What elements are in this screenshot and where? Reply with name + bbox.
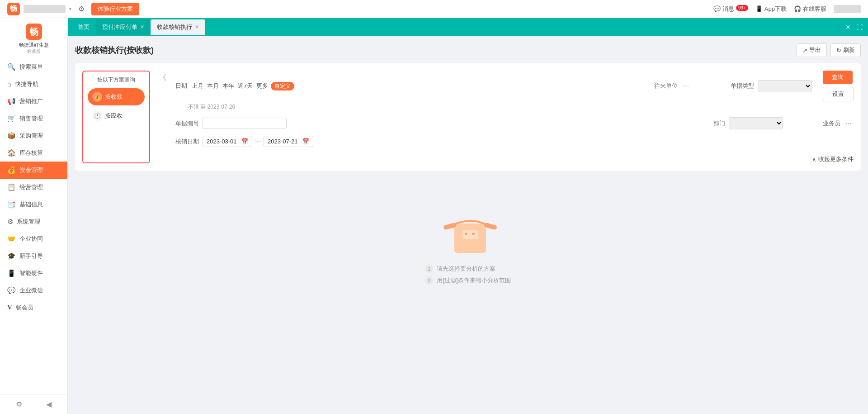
sidebar-item-purchase[interactable]: 📦 采购管理: [0, 127, 67, 144]
member-icon: V: [7, 304, 12, 311]
sidebar-item-enterprise[interactable]: 🤝 企业协同: [0, 230, 67, 247]
app-icon: 📱: [755, 5, 763, 12]
chevron-down-icon[interactable]: ▾: [69, 6, 71, 11]
order-type-label: 单据类型: [731, 82, 754, 90]
service-icon: 🎧: [794, 5, 801, 12]
hardware-icon: 📱: [7, 269, 16, 277]
filter-group-order-type: 单据类型: [731, 80, 812, 92]
date-no-limit: 不限 至 2023-07-26: [188, 103, 854, 111]
sidebar-item-search[interactable]: 🔍 搜索菜单: [0, 58, 67, 76]
empty-illustration: [441, 203, 495, 257]
date-more[interactable]: 更多: [255, 81, 269, 90]
content-area: 首页 预付冲应付单 ✕ 收款核销执行 ✕ ✕ ⛶ 收款核销执行(按收款): [68, 18, 868, 414]
industry-btn[interactable]: 体验行业方案: [91, 3, 139, 15]
sidebar-item-member[interactable]: V 畅会员: [0, 299, 67, 316]
tab-home[interactable]: 首页: [71, 19, 96, 35]
refresh-btn[interactable]: ↻ 刷新: [830, 43, 861, 57]
blurred-user: [24, 5, 66, 13]
app-download-btn[interactable]: 📱 App下载: [755, 5, 787, 13]
writeoff-date-start[interactable]: 2023-03-01 📅: [203, 136, 252, 147]
writeoff-date-end[interactable]: 2023-07-21 📅: [264, 136, 313, 147]
page-content: 收款核销执行(按收款) ↗ 导出 ↻ 刷新 按以下方案查询: [68, 36, 868, 414]
sidebar-item-tutorial[interactable]: 🎓 新手引导: [0, 247, 67, 265]
query-btn-area: 查询 设置: [823, 71, 854, 101]
filter-option-receivable-label: 按应收: [105, 112, 123, 120]
sidebar-item-marketing[interactable]: 📢 营销推广: [0, 93, 67, 110]
date-this-month[interactable]: 本月: [206, 81, 220, 90]
query-btn[interactable]: 查询: [823, 71, 853, 84]
date-shortcuts: 上月 本月 本年 近7天 更多 自定义: [191, 81, 294, 90]
tutorial-icon: 🎓: [7, 252, 16, 260]
operations-icon: 📋: [7, 183, 16, 191]
sidebar-item-label: 营销推广: [19, 97, 43, 105]
message-btn[interactable]: 💬 消息 99+: [713, 5, 748, 13]
sidebar-item-label: 智能硬件: [19, 269, 43, 277]
filter-group-date: 日期 上月 本月 本年 近7天 更多 自定义: [175, 81, 294, 90]
user-display[interactable]: [834, 5, 861, 13]
filter-group-staff: 业务员 ···: [823, 119, 854, 128]
main-layout: 畅 畅捷通好生意 标准版 🔍 搜索菜单 ⌂ 快捷导航 📢 营销推广 🛒 销售管理…: [0, 18, 868, 414]
search-icon: 🔍: [7, 63, 16, 71]
staff-dots[interactable]: ···: [844, 119, 854, 128]
tab-maximize-btn[interactable]: ⛶: [854, 22, 864, 33]
settings-icon[interactable]: ⚙: [75, 3, 88, 15]
tab-prepay-close[interactable]: ✕: [140, 24, 144, 30]
sidebar-item-quick-nav[interactable]: ⌂ 快捷导航: [0, 76, 67, 93]
hint-num-1: 1: [425, 265, 433, 273]
page-title: 收款核销执行(按收款): [75, 45, 154, 56]
tab-prepay[interactable]: 预付冲应付单 ✕: [96, 19, 151, 35]
page-actions: ↗ 导出 ↻ 刷新: [797, 43, 861, 57]
tab-home-label: 首页: [78, 23, 90, 31]
dept-select[interactable]: [729, 117, 783, 129]
sidebar-item-label: 搜索菜单: [19, 63, 43, 71]
marketing-icon: 📢: [7, 97, 16, 105]
tab-close-all-btn[interactable]: ✕: [844, 22, 853, 33]
filter-option-by-receivable[interactable]: 🕐 按应收: [88, 107, 145, 124]
message-badge: 99+: [736, 5, 748, 11]
sidebar-item-inventory[interactable]: 🏠 库存核算: [0, 144, 67, 162]
date-7days[interactable]: 近7天: [237, 81, 254, 90]
tab-writeoff-close[interactable]: ✕: [195, 24, 199, 30]
sidebar-item-finance[interactable]: 💰 资金管理: [0, 162, 67, 179]
date-last-month[interactable]: 上月: [191, 81, 204, 90]
order-num-input[interactable]: [203, 118, 287, 129]
export-icon: ↗: [802, 47, 807, 54]
sidebar-collapse-btn[interactable]: ◀: [44, 398, 53, 410]
tab-writeoff[interactable]: 收款核销执行 ✕: [151, 19, 205, 35]
collapse-more-btn[interactable]: ∧ 收起更多条件: [812, 155, 854, 163]
online-service-label: 在线客服: [803, 5, 826, 13]
sidebar-item-wechat[interactable]: 💬 企业微信: [0, 282, 67, 299]
sidebar-item-label: 企业微信: [19, 286, 43, 295]
sidebar-item-operations[interactable]: 📋 经营管理: [0, 179, 67, 196]
sidebar-item-system[interactable]: ⚙ 系统管理: [0, 213, 67, 230]
online-service-btn[interactable]: 🎧 在线客服: [794, 5, 826, 13]
filter-settings-btn[interactable]: 设置: [823, 87, 854, 101]
filter-group-writeoff-date: 核销日期 2023-03-01 📅 — 2023-07-21 📅: [175, 136, 313, 147]
sidebar-logo: 畅: [26, 24, 42, 40]
empty-state: 1 请先选择要分析的方案 2 用[过滤]条件来缩小分析范围: [75, 176, 861, 312]
tab-writeoff-label: 收款核销执行: [157, 23, 192, 31]
sidebar-item-label: 库存核算: [19, 149, 43, 157]
panel-collapse-btn[interactable]: 《: [157, 71, 168, 85]
svg-point-4: [465, 233, 467, 235]
sidebar-item-label: 经营管理: [19, 183, 43, 191]
partner-dots[interactable]: ···: [681, 82, 691, 90]
sidebar-item-basic-info[interactable]: 📑 基础信息: [0, 196, 67, 213]
filter-group-order-num: 单据编号: [175, 118, 287, 129]
calendar-end-icon: 📅: [302, 138, 309, 145]
sidebar-item-hardware[interactable]: 📱 智能硬件: [0, 265, 67, 282]
filter-row-2: 单据编号 部门 业务员 ···: [175, 117, 854, 129]
sidebar-settings-btn[interactable]: ⚙: [14, 398, 24, 410]
receivable-icon: 🕐: [92, 111, 102, 121]
date-separator: —: [255, 138, 261, 145]
brand-logo: 畅: [7, 3, 20, 15]
tab-bar-actions: ✕ ⛶: [844, 22, 864, 33]
date-custom-tag[interactable]: 自定义: [271, 82, 294, 90]
filter-option-by-receipt[interactable]: 💰 按收款: [88, 88, 145, 105]
sidebar-item-sales[interactable]: 🛒 销售管理: [0, 110, 67, 127]
svg-point-5: [472, 233, 475, 235]
export-btn[interactable]: ↗ 导出: [797, 43, 827, 57]
date-this-year[interactable]: 本年: [222, 81, 235, 90]
hint-num-2: 2: [425, 276, 433, 285]
order-type-select[interactable]: [758, 80, 812, 92]
